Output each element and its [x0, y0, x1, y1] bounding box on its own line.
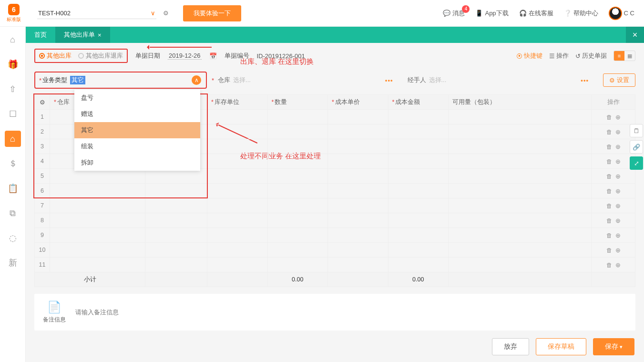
- delete-icon[interactable]: 🗑: [606, 158, 613, 165]
- nav-warehouse-icon[interactable]: ⌂: [5, 131, 21, 147]
- add-icon[interactable]: ⊕: [615, 262, 621, 269]
- nav-out-icon[interactable]: ⇧: [5, 81, 21, 97]
- table-row[interactable]: 7🗑⊕: [35, 198, 635, 213]
- remark-section: 📄备注信息: [34, 294, 635, 331]
- add-icon[interactable]: ⊕: [615, 232, 621, 239]
- discard-button[interactable]: 放弃: [492, 338, 529, 355]
- delete-icon[interactable]: 🗑: [606, 247, 613, 254]
- add-icon[interactable]: ⊕: [615, 129, 621, 135]
- add-icon[interactable]: ⊕: [615, 188, 621, 195]
- handler-placeholder: 选择...: [429, 76, 447, 84]
- delete-icon[interactable]: 🗑: [606, 232, 613, 239]
- user-menu[interactable]: C C: [609, 7, 634, 20]
- logo-icon: 6: [8, 4, 20, 15]
- doc-date-value[interactable]: 2019-12-26: [168, 52, 202, 60]
- nav-clip-icon[interactable]: 📋: [5, 180, 21, 197]
- col-settings-icon[interactable]: ⚙: [35, 95, 50, 110]
- nav-new-icon[interactable]: 新: [5, 255, 21, 271]
- avatar: [609, 7, 622, 20]
- radio-other-outbound-return[interactable]: 其他出库退库: [78, 52, 123, 60]
- help-center-button[interactable]: ❔ 帮助中心: [564, 9, 598, 18]
- annotation-text-1: 出库、退库 在这里切换: [240, 57, 314, 66]
- dropdown-opt-gift[interactable]: 赠送: [74, 106, 200, 122]
- add-icon[interactable]: ⊕: [615, 173, 621, 180]
- dropdown-opt-other[interactable]: 其它: [74, 122, 200, 138]
- close-icon[interactable]: ×: [98, 31, 102, 39]
- list-view-icon[interactable]: ≡: [614, 51, 624, 61]
- add-icon[interactable]: ⊕: [615, 144, 621, 150]
- radio-other-outbound[interactable]: 其他出库: [39, 52, 72, 60]
- try-button[interactable]: 我要体验一下: [183, 5, 241, 21]
- chat-icon: 💬: [443, 10, 450, 17]
- business-type-field[interactable]: * 业务类型 其它 ∧ 盘亏 赠送 其它 组装 拆卸: [34, 72, 207, 89]
- gear-icon: ⚙: [609, 77, 615, 84]
- customer-service-button[interactable]: 🎧 在线客服: [519, 9, 553, 18]
- nav-sync-icon[interactable]: ◌: [5, 230, 21, 246]
- table-row[interactable]: 6🗑⊕: [35, 184, 635, 198]
- nav-home-icon[interactable]: ⌂: [5, 31, 21, 48]
- tab-strip: 首页 其他出库单 × ×: [26, 27, 644, 43]
- note-icon[interactable]: 🗒: [630, 124, 643, 137]
- table-row[interactable]: 10🗑⊕: [35, 243, 635, 258]
- nav-money-icon[interactable]: ＄: [5, 155, 21, 172]
- close-all-tabs[interactable]: ×: [626, 27, 644, 43]
- subtotal-row: 小计 0.00 0.00: [35, 272, 635, 287]
- add-icon[interactable]: ⊕: [615, 217, 621, 224]
- messages-button[interactable]: 💬 消息 4: [443, 9, 465, 18]
- company-select[interactable]: TEST-H002 ∨: [37, 8, 156, 19]
- delete-icon[interactable]: 🗑: [606, 203, 613, 209]
- table-row[interactable]: 5🗑⊕: [35, 169, 635, 184]
- app-download-button[interactable]: 📱 App下载: [475, 9, 508, 18]
- add-icon[interactable]: ⊕: [615, 158, 621, 165]
- table-row[interactable]: 11🗑⊕: [35, 258, 635, 272]
- help-icon: ❔: [564, 10, 572, 17]
- delete-icon[interactable]: 🗑: [606, 173, 613, 180]
- edition-label: 标准版: [5, 16, 23, 23]
- table-row[interactable]: 8🗑⊕: [35, 213, 635, 228]
- logo: 6 标准版: [5, 4, 23, 23]
- tab-home[interactable]: 首页: [26, 27, 55, 43]
- dropdown-opt-disassemble[interactable]: 拆卸: [74, 155, 200, 171]
- business-type-label: 业务类型: [42, 76, 67, 84]
- tab-other-outbound[interactable]: 其他出库单 ×: [55, 27, 110, 43]
- left-rail: ⌂ 🎁 ⇧ ☐ ⌂ ＄ 📋 ⧉ ◌ 新: [0, 27, 26, 362]
- add-icon[interactable]: ⊕: [615, 203, 621, 209]
- warehouse-field[interactable]: * 仓库 选择... •••: [212, 76, 403, 84]
- remark-icon: 📄备注信息: [43, 300, 66, 324]
- delete-icon[interactable]: 🗑: [606, 262, 613, 269]
- link-icon[interactable]: 🔗: [630, 140, 643, 154]
- delete-icon[interactable]: 🗑: [606, 144, 613, 150]
- table-row[interactable]: 9🗑⊕: [35, 228, 635, 243]
- gear-icon[interactable]: ⚙: [163, 10, 169, 17]
- handler-field[interactable]: 经手人 选择... •••: [408, 76, 599, 84]
- business-type-dropdown: 盘亏 赠送 其它 组装 拆卸: [74, 90, 200, 171]
- nav-card-icon[interactable]: ⧉: [5, 205, 21, 221]
- more-icon[interactable]: •••: [385, 77, 403, 84]
- delete-icon[interactable]: 🗑: [606, 129, 613, 135]
- chevron-up-icon[interactable]: ∧: [192, 75, 201, 85]
- view-toggle[interactable]: ≡ ▦: [613, 51, 635, 61]
- dropdown-opt-assemble[interactable]: 组装: [74, 138, 200, 155]
- hotkey-button[interactable]: ⦿ 快捷键: [516, 52, 542, 60]
- settings-button[interactable]: ⚙ 设置: [603, 73, 635, 87]
- add-icon[interactable]: ⊕: [615, 247, 621, 254]
- dropdown-opt-loss[interactable]: 盘亏: [74, 90, 200, 106]
- save-button[interactable]: 保存: [593, 338, 634, 355]
- nav-bag-icon[interactable]: ☐: [5, 106, 21, 122]
- delete-icon[interactable]: 🗑: [606, 188, 613, 195]
- grid-view-icon[interactable]: ▦: [624, 51, 635, 61]
- remark-input[interactable]: [75, 309, 627, 316]
- company-name: TEST-H002: [38, 10, 71, 17]
- annotation-arrow-1: [150, 47, 212, 48]
- calendar-icon[interactable]: 📅: [209, 52, 217, 60]
- save-draft-button[interactable]: 保存草稿: [536, 338, 586, 355]
- expand-icon[interactable]: ⤢: [630, 156, 643, 170]
- more-icon[interactable]: •••: [581, 77, 598, 84]
- delete-icon[interactable]: 🗑: [606, 114, 613, 121]
- top-bar: 6 标准版 TEST-H002 ∨ ⚙ 我要体验一下 💬 消息 4 📱 App下…: [0, 0, 644, 27]
- nav-gift-icon[interactable]: 🎁: [5, 56, 21, 72]
- history-button[interactable]: ↺ 历史单据: [575, 52, 607, 60]
- add-icon[interactable]: ⊕: [615, 114, 621, 121]
- delete-icon[interactable]: 🗑: [606, 217, 613, 224]
- operations-button[interactable]: ☰ 操作: [549, 52, 569, 60]
